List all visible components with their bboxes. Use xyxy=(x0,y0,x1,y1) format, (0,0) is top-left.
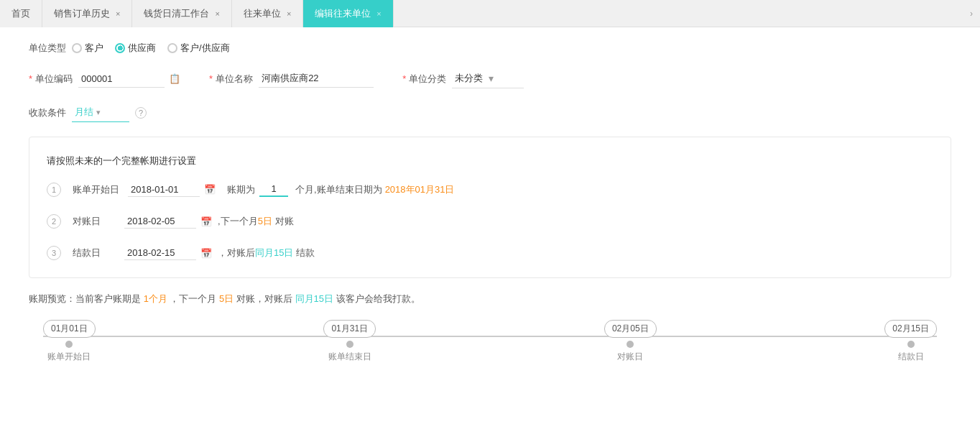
step-label-3: 结款日 xyxy=(73,247,116,259)
preview-suffix: 该客户会给我打款。 xyxy=(336,293,420,304)
unit-type-radio-group: 客户 供应商 客户/供应商 xyxy=(72,42,230,55)
tab-sales-history[interactable]: 销售订单历史 × xyxy=(42,0,132,27)
preview-section: 账期预览：当前客户账期是 1个月 ，下一个月 5日 对账，对账后 同月15日 该… xyxy=(29,293,951,305)
close-icon[interactable]: × xyxy=(215,9,219,18)
tl-label-3: 对账日 xyxy=(617,351,643,363)
tl-date-1: 01月01日 xyxy=(43,320,96,338)
preview-part1: 1个月 xyxy=(144,293,167,304)
calendar-icon-3[interactable]: 📅 xyxy=(200,248,212,259)
settings-card: 请按照未来的一个完整帐期进行设置 1 账单开始日 📅 账期为 个月,账单结束日期… xyxy=(29,137,951,278)
close-icon[interactable]: × xyxy=(376,9,381,18)
name-field-group: * 单位名称 xyxy=(209,70,374,88)
radio-circle-customer xyxy=(72,43,82,53)
tl-dot-1 xyxy=(65,341,73,348)
preview-part2: 5日 xyxy=(219,293,234,304)
period-value-input[interactable] xyxy=(259,182,288,197)
radio-customer[interactable]: 客户 xyxy=(72,42,103,55)
preview-middle1: ，下一个月 xyxy=(170,293,216,304)
unit-type-label: 单位类型 xyxy=(29,42,66,55)
timeline-point-3: 02月05日 对账日 xyxy=(604,320,657,363)
tabs-bar: 首页 销售订单历史 × 钱货日清工作台 × 往来单位 × 编辑往来单位 × › xyxy=(0,0,980,27)
radio-circle-supplier xyxy=(115,43,125,53)
tl-date-2: 01月31日 xyxy=(323,320,376,338)
code-input[interactable] xyxy=(78,70,165,88)
code-label: 单位编码 xyxy=(35,73,73,86)
tl-dot-4 xyxy=(907,341,915,348)
payment-value: 月结 xyxy=(75,106,93,119)
period-suffix: 个月,账单结束日期为 xyxy=(295,183,382,196)
category-dropdown[interactable]: 未分类 ▾ xyxy=(452,69,524,88)
category-label: 单位分类 xyxy=(409,73,446,86)
name-required: * xyxy=(209,73,213,84)
code-required: * xyxy=(29,73,32,84)
preview-part3: 同月15日 xyxy=(295,293,333,304)
radio-supplier[interactable]: 供应商 xyxy=(115,42,156,55)
step-label-1: 账单开始日 xyxy=(73,183,119,196)
step-num-2: 2 xyxy=(47,214,61,229)
step-num-1: 1 xyxy=(47,183,61,197)
tab-edit-counterparty[interactable]: 编辑往来单位 × xyxy=(303,0,393,27)
step2-prefix: ,下一个月 xyxy=(218,215,258,228)
card-instruction: 请按照未来的一个完整帐期进行设置 xyxy=(47,155,933,167)
timeline-point-4: 02月15日 结款日 xyxy=(884,320,937,363)
radio-label-customer: 客户 xyxy=(85,42,103,55)
tl-label-2: 账单结束日 xyxy=(328,351,371,363)
name-input[interactable] xyxy=(259,70,374,88)
payment-chevron-icon: ▾ xyxy=(96,108,101,117)
code-name-category-row: * 单位编码 📋 * 单位名称 * 单位分类 未分类 ▾ xyxy=(29,69,951,88)
preview-middle2: 对账，对账后 xyxy=(236,293,292,304)
step-row-2: 2 对账日 📅 ,下一个月 5日 对账 xyxy=(47,214,933,229)
payment-dropdown[interactable]: 月结 ▾ xyxy=(72,103,129,122)
radio-label-both: 客户/供应商 xyxy=(180,42,230,55)
close-icon[interactable]: × xyxy=(116,9,120,18)
step3-suffix: 结款 xyxy=(296,247,315,259)
tab-scroll-arrow[interactable]: › xyxy=(963,9,980,19)
code-field-group: * 单位编码 📋 xyxy=(29,70,180,88)
step-date-input-3[interactable] xyxy=(124,246,196,260)
tab-counterparty[interactable]: 往来单位 × xyxy=(232,0,303,27)
step3-prefix: ，对账后 xyxy=(218,247,255,259)
step-row-1: 1 账单开始日 📅 账期为 个月,账单结束日期为 2018年01月31日 xyxy=(47,182,933,197)
step-date-input-2[interactable] xyxy=(124,214,196,229)
timeline-point-2: 01月31日 账单结束日 xyxy=(323,320,376,363)
period-prefix: 账期为 xyxy=(227,183,255,196)
step3-highlight: 同月15日 xyxy=(255,247,293,259)
chevron-down-icon: ▾ xyxy=(489,73,494,84)
radio-label-supplier: 供应商 xyxy=(128,42,156,55)
step2-highlight: 5日 xyxy=(258,215,272,228)
timeline-row: 01月01日 账单开始日 01月31日 账单结束日 02月05日 对账日 xyxy=(43,320,937,363)
tl-label-4: 结款日 xyxy=(898,351,924,363)
help-icon[interactable]: ? xyxy=(135,107,147,119)
tab-home[interactable]: 首页 xyxy=(0,0,42,27)
step2-suffix: 对账 xyxy=(275,215,294,228)
tab-cash-work[interactable]: 钱货日清工作台 × xyxy=(132,0,231,27)
calendar-icon-2[interactable]: 📅 xyxy=(200,216,212,227)
tl-label-1: 账单开始日 xyxy=(47,351,91,363)
timeline-point-1: 01月01日 账单开始日 xyxy=(43,320,96,363)
name-label: 单位名称 xyxy=(216,73,253,86)
category-required: * xyxy=(402,73,406,84)
step-num-3: 3 xyxy=(47,246,61,260)
close-icon[interactable]: × xyxy=(287,9,291,18)
tl-date-4: 02月15日 xyxy=(884,320,937,338)
preview-prefix: 账期预览：当前客户账期是 xyxy=(29,293,141,304)
tl-date-3: 02月05日 xyxy=(604,320,657,338)
radio-circle-both xyxy=(167,43,177,53)
step-label-2: 对账日 xyxy=(73,215,116,228)
category-field-group: * 单位分类 未分类 ▾ xyxy=(402,69,524,88)
step-date-input-1[interactable] xyxy=(128,183,200,197)
payment-label: 收款条件 xyxy=(29,106,66,119)
unit-type-row: 单位类型 客户 供应商 客户/供应商 xyxy=(29,42,951,55)
calendar-icon-1[interactable]: 📅 xyxy=(204,184,216,195)
payment-row: 收款条件 月结 ▾ ? xyxy=(29,103,951,122)
tl-dot-2 xyxy=(346,341,353,348)
timeline-wrapper: 01月01日 账单开始日 01月31日 账单结束日 02月05日 对账日 xyxy=(29,320,951,363)
category-value: 未分类 xyxy=(455,72,483,85)
period-end-date: 2018年01月31日 xyxy=(385,183,455,196)
main-content: 单位类型 客户 供应商 客户/供应商 * 单位编码 📋 * 单位名称 xyxy=(0,27,980,437)
step-row-3: 3 结款日 📅 ，对账后 同月15日 结款 xyxy=(47,246,933,260)
timeline-line xyxy=(43,336,937,337)
tl-dot-3 xyxy=(627,341,634,348)
calendar-icon-code[interactable]: 📋 xyxy=(169,73,180,84)
radio-both[interactable]: 客户/供应商 xyxy=(167,42,230,55)
